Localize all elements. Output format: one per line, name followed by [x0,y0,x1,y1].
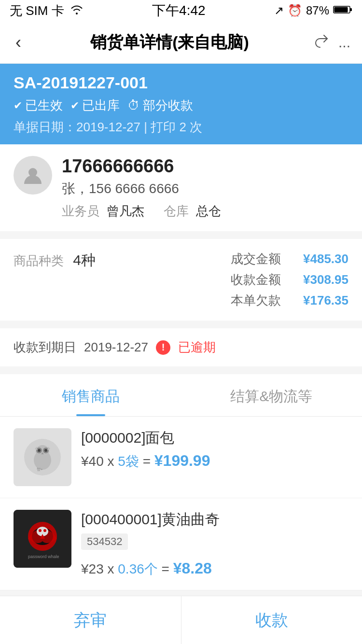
customer-info: 17666666666 张，156 6666 6666 业务员 曾凡杰 仓库 总… [62,156,348,220]
collection-value: ¥308.95 [291,272,348,287]
status-time: 下午4:42 [152,1,206,20]
transaction-value: ¥485.30 [291,252,348,266]
due-date-value: 2019-12-27 [84,340,148,355]
debt-value: ¥176.35 [291,293,348,308]
clock-icon: ⏱ [127,98,140,113]
price-base: ¥40 x [81,454,118,469]
svg-point-21 [43,529,46,532]
battery-text: 87% [306,4,329,17]
confirm-button[interactable]: 收款 [181,596,362,644]
warehouse-value: 总仓 [196,204,221,218]
status-carrier: 无 SIM 卡 [10,2,84,19]
badge-effective: ✔ 已生效 [14,97,63,114]
salesperson-label: 业务员 [62,204,99,218]
svg-text:password whale: password whale [28,554,59,559]
back-button[interactable]: ‹ [12,28,25,56]
avatar [14,156,52,195]
svg-rect-1 [350,8,352,11]
product-name: [000400001]黄油曲奇 [81,510,348,530]
nav-right-actions: ... [314,33,350,51]
product-thumbnail: password whale [14,510,71,568]
overdue-text: 已逾期 [178,339,216,356]
customer-meta: 业务员 曾凡杰 仓库 总仓 [62,203,348,220]
bottom-bar: 弃审 收款 [0,596,362,644]
status-bar: 无 SIM 卡 下午4:42 ↗ ⏰ 87% [0,0,362,21]
product-types-value: 4种 [73,252,96,268]
collection-row: 收款金额 ¥308.95 [231,271,348,288]
product-types-field: 商品种类 4种 [14,251,96,270]
order-number: SA-20191227-001 [14,73,148,92]
stats-section: 商品种类 4种 成交金额 ¥485.30 收款金额 ¥308.95 本单欠款 ¥… [0,239,362,321]
product-qty: 0.36个 [118,561,158,576]
badge-shipped: ✔ 已出库 [70,97,120,114]
customer-id: 17666666666 [62,156,348,177]
order-date: 单据日期：2019-12-27 | 打印 2 次 [14,119,348,136]
product-total: ¥8.28 [173,560,212,577]
product-total: ¥199.99 [154,452,210,469]
product-name: [0000002]面包 [81,428,348,448]
cancel-button[interactable]: 弃审 [0,596,181,644]
svg-text:智+: 智+ [37,467,43,472]
product-details: [0000002]面包 ¥40 x 5袋 = ¥199.99 [81,428,348,471]
product-price: ¥40 x 5袋 = ¥199.99 [81,452,348,471]
tabs: 销售商品 结算&物流等 [0,374,362,417]
salesperson-field: 业务员 曾凡杰 [62,203,144,220]
wifi-icon [70,3,84,18]
overdue-icon: ! [156,340,170,355]
customer-section: 17666666666 张，156 6666 6666 业务员 曾凡杰 仓库 总… [0,144,362,231]
product-image: password whale [14,510,71,568]
badge-shipped-label: 已出库 [82,97,120,114]
order-badges: ✔ 已生效 ✔ 已出库 ⏱ 部分收款 [14,97,348,114]
carrier-text: 无 SIM 卡 [10,2,64,19]
price-base: ¥23 x [81,561,118,576]
debt-row: 本单欠款 ¥176.35 [231,292,348,309]
order-number-row: SA-20191227-001 [14,73,348,92]
product-types-label: 商品种类 [14,253,64,268]
debt-label: 本单欠款 [231,292,281,309]
tab-settlement[interactable]: 结算&物流等 [181,374,362,416]
svg-rect-2 [334,7,348,13]
product-details: [000400001]黄油曲奇 534532 ¥23 x 0.36个 = ¥8.… [81,510,348,578]
due-date-label: 收款到期日 [14,339,76,356]
badge-partial-label: 部分收款 [143,97,193,114]
badge-effective-label: 已生效 [25,97,63,114]
list-item: 智+ [0000002]面包 ¥40 x 5袋 = ¥199.99 [0,417,362,498]
svg-point-10 [44,449,47,452]
warehouse-field: 仓库 总仓 [164,203,221,220]
collection-label: 收款金额 [231,271,281,288]
order-banner: SA-20191227-001 ✔ 已生效 ✔ 已出库 ⏱ 部分收款 单据日期：… [0,64,362,144]
transaction-label: 成交金额 [231,251,281,267]
customer-name: 张，156 6666 6666 [62,180,348,198]
tab-sales-products[interactable]: 销售商品 [0,374,181,416]
more-icon[interactable]: ... [338,34,350,51]
page-title: 销货单详情(来自电脑) [25,31,314,54]
svg-point-9 [38,449,41,452]
location-icon: ↗ [274,4,284,17]
product-price: ¥23 x 0.36个 = ¥8.28 [81,560,348,578]
list-item: password whale [000400001]黄油曲奇 534532 ¥2… [0,498,362,590]
product-qty: 5袋 [118,454,139,469]
badge-partial: ⏱ 部分收款 [127,97,193,114]
product-thumbnail: 智+ [14,428,71,486]
nav-bar: ‹ 销货单详情(来自电脑) ... [0,21,362,64]
product-sku: 534532 [81,533,128,550]
battery-icon [333,4,352,17]
alarm-icon: ⏰ [288,4,302,17]
due-date-section: 收款到期日 2019-12-27 ! 已逾期 [0,328,362,366]
product-image: 智+ [14,428,71,486]
salesperson-value: 曾凡杰 [107,204,144,218]
financial-stats: 成交金额 ¥485.30 收款金额 ¥308.95 本单欠款 ¥176.35 [231,251,348,309]
products-list: 智+ [0000002]面包 ¥40 x 5袋 = ¥199.99 [0,417,362,590]
warehouse-label: 仓库 [164,204,189,218]
transaction-row: 成交金额 ¥485.30 [231,251,348,267]
status-right-icons: ↗ ⏰ 87% [274,4,352,17]
share-icon[interactable] [314,33,329,51]
svg-point-20 [39,529,42,532]
